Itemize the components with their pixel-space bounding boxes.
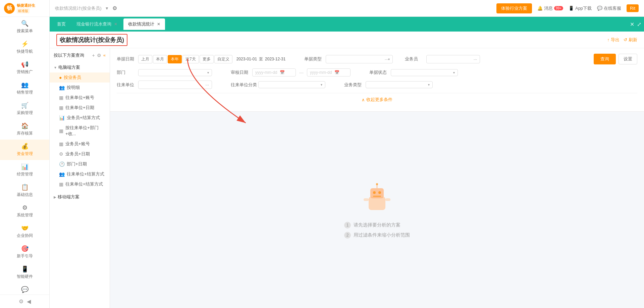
notification-btn[interactable]: 🔔 消息 99+ — [537, 5, 563, 11]
date-tab-this-year[interactable]: 本年 — [168, 55, 182, 63]
date-tab-last7[interactable]: 近7天 — [182, 55, 199, 63]
page-header: 收款情况统计(按业务员) ↑ 导出 ↺ 刷新 — [50, 32, 644, 48]
panel-collapse-btn[interactable]: « — [103, 53, 106, 58]
counterpart-label: 往来单位 — [117, 82, 137, 88]
sidebar: 畅 畅捷通好生 标准版 🔍 搜索菜单 ⚡ 快捷导航 📢 营销推广 👥 — [0, 0, 50, 308]
counterpart-select[interactable]: ··· — [138, 81, 212, 89]
collection-tab-close[interactable]: ✕ — [157, 22, 160, 27]
sidebar-item-search[interactable]: 🔍 搜索菜单 — [0, 17, 49, 37]
sidebar-item-wechat[interactable]: 💬 企业微信 — [0, 283, 49, 295]
svg-point-2 — [373, 191, 376, 194]
type-more-dots[interactable]: ··· — [385, 57, 388, 62]
panel-header-icons: + ⚙ « — [92, 53, 106, 58]
filter-row-1: 单据日期 上月 本月 本年 近7天 更多 自定义 2023-01-01 — [117, 54, 637, 64]
svg-rect-8 — [385, 198, 390, 201]
date-tab-custom[interactable]: 自定义 — [214, 55, 232, 63]
export-button[interactable]: ↑ 导出 — [607, 37, 620, 43]
home-tab-label: 首页 — [57, 21, 66, 27]
bill-status-arrow: ▾ — [453, 71, 455, 74]
topbar-gear-btn[interactable]: ⚙ — [112, 5, 117, 11]
sidebar-item-finance[interactable]: 💰 资金管理 — [0, 140, 49, 160]
topbar-dropdown-arrow[interactable]: ▼ — [105, 6, 109, 11]
cashflow-tab-close[interactable]: ✕ — [114, 22, 117, 27]
collapse-bar[interactable]: ∧ 收起更多条件 — [117, 93, 637, 106]
counterpart-type-select[interactable]: ▾ — [258, 81, 325, 88]
svg-rect-7 — [364, 198, 369, 201]
sidebar-item-purchase[interactable]: 🛒 采购管理 — [0, 99, 49, 119]
tree-item-unit-account[interactable]: ▦ 往来单位+账号 — [50, 93, 110, 103]
filter-area: 单据日期 上月 本月 本年 近7天 更多 自定义 2023-01-01 — [110, 48, 644, 112]
sidebar-item-operation[interactable]: 📊 经营管理 — [0, 160, 49, 181]
customer-service-btn[interactable]: 💬 在线客服 — [597, 5, 621, 11]
sidebar-item-system[interactable]: ⚙ 系统管理 — [0, 201, 49, 221]
audit-date-start-input[interactable]: yyyy-mm-dd 📅 — [252, 68, 296, 76]
sidebar-item-guide[interactable]: 🎯 新手引导 — [0, 242, 49, 262]
refresh-button[interactable]: ↺ 刷新 — [624, 37, 637, 43]
tree-item-by-salesperson[interactable]: ● 按业务员 — [50, 72, 110, 83]
tab-collection[interactable]: 收款情况统计 ✕ — [123, 18, 165, 30]
filter-settings-button[interactable]: 设置 — [619, 54, 637, 64]
tab-expand-btn[interactable]: ⤢ — [637, 21, 641, 28]
sidebar-item-inventory[interactable]: 🏠 库存核算 — [0, 119, 49, 140]
sidebar-item-quicknav[interactable]: ⚡ 快捷导航 — [0, 37, 49, 58]
salesperson-select[interactable]: ··· — [426, 55, 480, 63]
footer-collapse-btn[interactable]: ◀ — [27, 298, 31, 305]
biz-type-select[interactable]: ▾ — [366, 81, 433, 88]
footer-settings-btn[interactable]: ⚙ — [19, 298, 23, 305]
audit-date-end-input[interactable]: yyyy-mm-dd 📅 — [307, 68, 351, 76]
sidebar-item-basic[interactable]: 📋 基础信息 — [0, 181, 49, 201]
audit-date-end-text: yyyy-mm-dd — [310, 70, 332, 75]
salesperson-more-dots[interactable]: ··· — [474, 57, 477, 62]
tree-expand-arrow: ▼ — [54, 66, 57, 69]
tree-item-salesperson-settle[interactable]: 📊 业务员+结算方式 — [50, 113, 110, 123]
audit-date-filter: 审核日期 yyyy-mm-dd 📅 — yyyy-mm-dd 📅 — [231, 68, 351, 76]
query-button[interactable]: 查询 — [594, 54, 616, 64]
audit-date-start-text: yyyy-mm-dd — [255, 70, 277, 75]
date-dash: — — [299, 70, 304, 75]
dept-select[interactable]: ▾ — [138, 69, 212, 76]
unit-settle2-icon: ▦ — [59, 182, 63, 187]
tab-cashflow[interactable]: 现金银行流水查询 ✕ — [72, 18, 122, 30]
content-area: 按以下方案查询 + ⚙ « ▼ 电脑端方案 ● 按业务员 — [50, 48, 644, 308]
date-tab-more[interactable]: 更多 — [200, 55, 214, 63]
tree-section-desktop-title[interactable]: ▼ 电脑端方案 — [50, 62, 110, 72]
tree-item-unit-settle2[interactable]: ▦ 往来单位+结算方式 — [50, 179, 110, 189]
user-avatar[interactable]: Rit — [627, 4, 639, 12]
tree-item-salesperson-date[interactable]: ⚙ 业务员+日期 — [50, 149, 110, 159]
tree-item-unit-settle1[interactable]: 👥 往来单位+结算方式 — [50, 169, 110, 179]
date-label: 单据日期 — [117, 56, 137, 62]
topbar-left: 收款情况统计(按业务员) ▼ ⚙ — [55, 5, 117, 11]
tab-home[interactable]: 首页 — [52, 18, 70, 30]
date-filter: 单据日期 上月 本月 本年 近7天 更多 自定义 2023-01-01 — [117, 55, 285, 63]
finance-icon: 💰 — [21, 143, 28, 150]
panel-settings-btn[interactable]: ⚙ — [97, 53, 101, 58]
tree-item-unit-date[interactable]: ▦ 往来单位+日期 — [50, 103, 110, 113]
tree-item-dept-date[interactable]: 🕐 部门+日期 — [50, 159, 110, 169]
counterpart-more-dots[interactable]: ··· — [205, 82, 209, 87]
bill-status-label: 单据状态 — [369, 69, 389, 75]
page-title: 收款情况统计(按业务员) — [56, 34, 127, 46]
panel-header-label: 按以下方案查询 — [54, 52, 84, 58]
tree-item-by-detail[interactable]: 👥 按明细 — [50, 83, 110, 93]
filter-row-3: 往来单位 ··· 往来单位分类 ▾ — [117, 81, 637, 89]
sidebar-item-marketing[interactable]: 📢 营销推广 — [0, 58, 49, 78]
tab-close-all-btn[interactable]: ✕ — [630, 21, 634, 28]
bill-status-select[interactable]: ▾ — [391, 69, 458, 76]
date-tab-prev-month[interactable]: 上月 — [138, 55, 152, 63]
tree-item-salesperson-account[interactable]: ▦ 业务员+账号 — [50, 139, 110, 149]
date-tab-this-month[interactable]: 本月 — [153, 55, 167, 63]
salesperson-label: 业务员 — [405, 56, 425, 62]
tree-section-mobile-title[interactable]: ▶ 移动端方案 — [50, 192, 110, 202]
empty-illustration — [360, 182, 394, 215]
sidebar-item-corp[interactable]: 🤝 企业协同 — [0, 221, 49, 242]
panel-add-btn[interactable]: + — [92, 53, 95, 58]
type-select[interactable]: ··· ▾ — [326, 55, 393, 63]
app-download-btn[interactable]: 📱 App下载 — [569, 5, 592, 11]
inventory-icon: 🏠 — [21, 122, 28, 129]
sidebar-item-sales[interactable]: 👥 销售管理 — [0, 78, 49, 99]
salesperson-settle-icon: 📊 — [59, 115, 65, 120]
sidebar-item-hardware[interactable]: 📱 智能硬件 — [0, 262, 49, 283]
operation-icon: 📊 — [21, 163, 28, 170]
trial-button[interactable]: 体验行业方案 — [496, 3, 532, 13]
tree-item-unit-dept[interactable]: ▦ 按往来单位+部门+收... — [50, 123, 110, 139]
